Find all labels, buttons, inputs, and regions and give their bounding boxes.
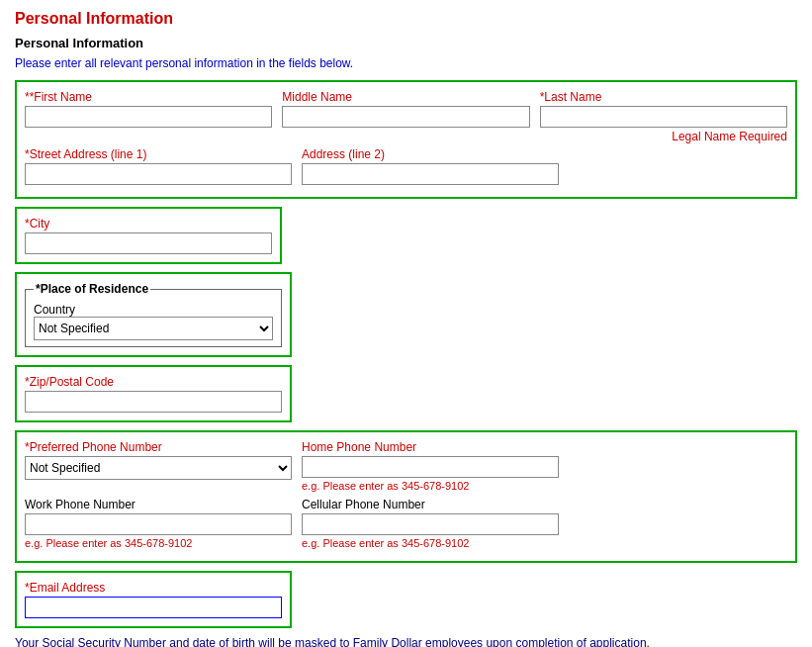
country-label: Country xyxy=(34,303,75,317)
preferred-phone-label: *Preferred Phone Number xyxy=(25,440,292,454)
cellular-phone-label: Cellular Phone Number xyxy=(302,498,559,511)
work-phone-input[interactable] xyxy=(25,513,292,535)
first-name-input[interactable] xyxy=(25,106,272,128)
email-section: *Email Address xyxy=(15,571,292,628)
last-name-label: *Last Name xyxy=(540,90,787,104)
city-section: *City xyxy=(15,207,282,264)
cellular-phone-input[interactable] xyxy=(302,513,559,535)
home-phone-group: Home Phone Number e.g. Please enter as 3… xyxy=(302,440,559,492)
preferred-phone-select[interactable]: Not Specified xyxy=(25,456,292,480)
preferred-phone-group: *Preferred Phone Number Not Specified xyxy=(25,440,292,492)
first-name-group: **First Name xyxy=(25,90,272,143)
name-address-section: **First Name Middle Name *Last Name Lega… xyxy=(15,80,797,199)
zip-label: *Zip/Postal Code xyxy=(25,375,282,389)
city-input[interactable] xyxy=(25,232,272,254)
residence-fieldset: *Place of Residence Country Not Specifie… xyxy=(25,282,282,347)
email-group: *Email Address xyxy=(25,581,282,618)
street-address-input[interactable] xyxy=(25,163,292,185)
address2-label: Address (line 2) xyxy=(302,147,559,161)
legal-name-hint: Legal Name Required xyxy=(540,130,787,143)
middle-name-input[interactable] xyxy=(282,106,529,128)
phone-section: *Preferred Phone Number Not Specified Ho… xyxy=(15,430,797,563)
residence-legend: *Place of Residence xyxy=(34,282,150,296)
cellular-phone-group: Cellular Phone Number e.g. Please enter … xyxy=(302,498,559,549)
zip-input[interactable] xyxy=(25,391,282,413)
first-name-label: **First Name xyxy=(25,90,272,104)
zip-section: *Zip/Postal Code xyxy=(15,365,292,422)
section-title: Personal Information xyxy=(15,36,797,50)
last-name-input[interactable] xyxy=(540,106,787,128)
work-cellular-row: Work Phone Number e.g. Please enter as 3… xyxy=(25,498,787,549)
middle-name-group: Middle Name xyxy=(282,90,529,143)
address2-group: Address (line 2) xyxy=(302,147,559,185)
city-group: *City xyxy=(25,217,272,254)
city-label: *City xyxy=(25,217,272,231)
middle-name-label: Middle Name xyxy=(282,90,529,104)
name-row: **First Name Middle Name *Last Name Lega… xyxy=(25,90,787,143)
zip-group: *Zip/Postal Code xyxy=(25,375,282,413)
residence-section: *Place of Residence Country Not Specifie… xyxy=(15,272,292,357)
street-address-group: *Street Address (line 1) xyxy=(25,147,292,185)
country-select[interactable]: Not Specified xyxy=(34,317,273,340)
work-phone-group: Work Phone Number e.g. Please enter as 3… xyxy=(25,498,292,549)
work-phone-label: Work Phone Number xyxy=(25,498,292,511)
page-title: Personal Information xyxy=(15,10,797,28)
work-phone-hint: e.g. Please enter as 345-678-9102 xyxy=(25,537,292,549)
ssn-mask-text: Your Social Security Number and date of … xyxy=(15,636,797,647)
address2-input[interactable] xyxy=(302,163,559,185)
email-label: *Email Address xyxy=(25,581,282,595)
cellular-phone-hint: e.g. Please enter as 345-678-9102 xyxy=(302,537,559,549)
preferred-home-row: *Preferred Phone Number Not Specified Ho… xyxy=(25,440,787,492)
street-address-label: *Street Address (line 1) xyxy=(25,147,292,161)
address-row: *Street Address (line 1) Address (line 2… xyxy=(25,147,787,185)
home-phone-hint: e.g. Please enter as 345-678-9102 xyxy=(302,480,559,492)
home-phone-label: Home Phone Number xyxy=(302,440,559,454)
email-input[interactable] xyxy=(25,597,282,618)
intro-text: Please enter all relevant personal infor… xyxy=(15,56,797,70)
last-name-group: *Last Name Legal Name Required xyxy=(540,90,787,143)
home-phone-input[interactable] xyxy=(302,456,559,478)
